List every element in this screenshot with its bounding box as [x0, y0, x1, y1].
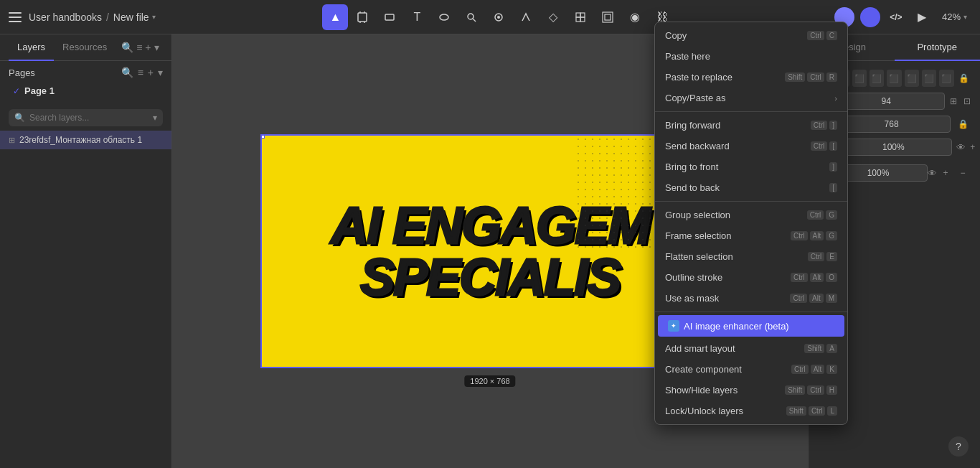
menu-flatten-selection-shortcut: CtrlE	[808, 252, 837, 261]
menu-send-to-back-label: Send to back	[665, 182, 720, 193]
svg-rect-15	[603, 12, 613, 22]
tool-layers2[interactable]	[567, 4, 593, 30]
list-pages-icon[interactable]: ≡	[138, 67, 143, 78]
menu-icon[interactable]	[9, 10, 23, 24]
page-item[interactable]: ✓ Page 1	[9, 83, 163, 99]
menu-bring-to-front[interactable]: Bring to front ]	[655, 156, 847, 177]
search-box[interactable]: 🔍 ▾	[9, 109, 163, 126]
tool-mask[interactable]: ◉	[622, 4, 648, 30]
help-btn[interactable]: ?	[948, 436, 969, 457]
expand-pages-icon[interactable]: ▾	[158, 67, 163, 78]
menu-frame-selection-shortcut: CtrlAltG	[791, 231, 837, 240]
menu-ai-image-enhancer[interactable]: ✦ AI image enhancer (beta)	[658, 315, 844, 337]
layers-search-container: 🔍 ▾	[0, 105, 171, 131]
tool-ellipse[interactable]	[431, 4, 457, 30]
resize-icon[interactable]: ⊞	[949, 93, 958, 110]
menu-create-component[interactable]: Create component CtrlAltK	[655, 359, 847, 380]
h-input[interactable]	[833, 116, 951, 133]
filter-icon[interactable]: ▾	[153, 113, 157, 123]
tool-transform[interactable]	[595, 4, 621, 30]
list-icon[interactable]: ≡	[136, 42, 142, 53]
add-icon[interactable]: +	[145, 42, 151, 53]
add-effect-icon[interactable]: +	[970, 139, 975, 156]
align-bottom[interactable]: ⬛	[905, 70, 919, 87]
align-center-v[interactable]: ⬛	[887, 70, 901, 87]
menu-bring-forward-shortcut: Ctrl]	[811, 121, 837, 130]
context-menu: Copy CtrlC Paste here Paste to replace S…	[654, 22, 848, 425]
search-input[interactable]	[29, 113, 149, 123]
menu-group-selection[interactable]: Group selection CtrlG	[655, 205, 847, 225]
avatar-2	[860, 7, 880, 27]
layer-item[interactable]: ⊞ 23refdsf_Монтажная область 1	[0, 131, 171, 149]
distribute-h[interactable]: ⬛	[922, 70, 936, 87]
submenu-arrow-icon: ›	[834, 94, 837, 103]
tool-zoom[interactable]	[458, 4, 484, 30]
menu-show-hide-layers-shortcut: ShiftCtrlH	[785, 385, 837, 395]
separator-2	[655, 201, 847, 202]
opacity-input[interactable]	[834, 139, 952, 156]
tool-text[interactable]: T	[404, 4, 430, 30]
menu-bring-to-front-shortcut: ]	[829, 162, 837, 172]
fill-eye-icon[interactable]: 👁	[928, 168, 937, 179]
zoom-control[interactable]: 42% ▾	[938, 9, 971, 25]
menu-paste-replace-shortcut: ShiftCtrlR	[785, 72, 837, 82]
tab-layers[interactable]: Layers	[9, 34, 54, 61]
pages-header: Pages 🔍 ≡ + ▾	[9, 67, 163, 78]
menu-add-smart-layout[interactable]: Add smart layout ShiftA	[655, 338, 847, 359]
play-button[interactable]: ▶	[912, 7, 932, 27]
tab-resources[interactable]: Resources	[54, 34, 116, 61]
add-page-icon[interactable]: +	[148, 67, 154, 78]
svg-point-6	[440, 14, 448, 20]
menu-send-to-back[interactable]: Send to back [	[655, 177, 847, 198]
align-right[interactable]: ⬛	[852, 70, 867, 87]
menu-bring-forward[interactable]: Bring forward Ctrl]	[655, 115, 847, 136]
search-pages-icon[interactable]: 🔍	[121, 67, 133, 78]
tool-pen[interactable]	[513, 4, 539, 30]
menu-frame-selection-label: Frame selection	[665, 230, 731, 241]
zoom-chevron-icon: ▾	[963, 13, 967, 21]
menu-send-backward[interactable]: Send backward Ctrl[	[655, 136, 847, 156]
menu-group-selection-label: Group selection	[665, 210, 730, 220]
clip-icon[interactable]: ⊡	[963, 93, 971, 110]
menu-frame-selection[interactable]: Frame selection CtrlAltG	[655, 225, 847, 246]
lock-ratio-icon[interactable]: 🔒	[955, 116, 971, 133]
menu-show-hide-layers[interactable]: Show/Hide layers ShiftCtrlH	[655, 380, 847, 401]
ai-icon: ✦	[668, 320, 679, 332]
menu-paste-replace[interactable]: Paste to replace ShiftCtrlR	[655, 67, 847, 88]
breadcrumb-project[interactable]: User handbooks	[29, 11, 102, 23]
menu-lock-unlock-layers[interactable]: Lock/Unlock layers ShiftCtrlL	[655, 401, 847, 421]
page-check-icon: ✓	[13, 86, 20, 96]
menu-paste-here[interactable]: Paste here	[655, 46, 847, 67]
canvas-image: AI ENGAGEM SPECIALIS	[260, 134, 720, 368]
align-top[interactable]: ⬛	[870, 70, 884, 87]
topbar-left: User handbooks / New file ▾	[0, 10, 172, 24]
eye-icon[interactable]: 👁	[956, 142, 966, 153]
menu-copy-paste-as[interactable]: Copy/Paste as ›	[655, 88, 847, 108]
tool-polygon[interactable]: ◇	[540, 4, 566, 30]
search-icon[interactable]: 🔍	[121, 42, 133, 53]
menu-use-as-mask[interactable]: Use as mask CtrlAltM	[655, 288, 847, 309]
menu-copy-label: Copy	[665, 30, 687, 41]
tool-component[interactable]	[486, 4, 512, 30]
constraints-btn[interactable]: 🔒	[957, 70, 971, 87]
menu-outline-stroke[interactable]: Outline stroke CtrlAltO	[655, 267, 847, 288]
tool-rect[interactable]	[377, 4, 402, 30]
menu-flatten-selection[interactable]: Flatten selection CtrlE	[655, 246, 847, 267]
menu-group-selection-shortcut: CtrlG	[807, 210, 837, 220]
chevron-down-icon[interactable]: ▾	[154, 42, 159, 53]
tab-prototype[interactable]: Prototype	[895, 34, 981, 61]
tool-select[interactable]: ▲	[322, 4, 348, 30]
breadcrumb-file[interactable]: New file ▾	[113, 11, 156, 23]
svg-rect-5	[385, 14, 394, 20]
distribute-v[interactable]: ⬛	[939, 70, 953, 87]
svg-point-7	[468, 14, 473, 19]
add-fill-icon[interactable]: +	[937, 164, 954, 182]
tool-frame[interactable]	[349, 4, 375, 30]
menu-add-smart-layout-label: Add smart layout	[665, 343, 735, 354]
code-button[interactable]: </>	[886, 7, 906, 27]
handle-tl[interactable]	[260, 134, 265, 139]
remove-fill-icon[interactable]: −	[954, 164, 971, 182]
menu-send-backward-shortcut: Ctrl[	[811, 141, 837, 151]
menu-copy-shortcut: CtrlC	[807, 31, 837, 40]
menu-copy[interactable]: Copy CtrlC	[655, 25, 847, 46]
